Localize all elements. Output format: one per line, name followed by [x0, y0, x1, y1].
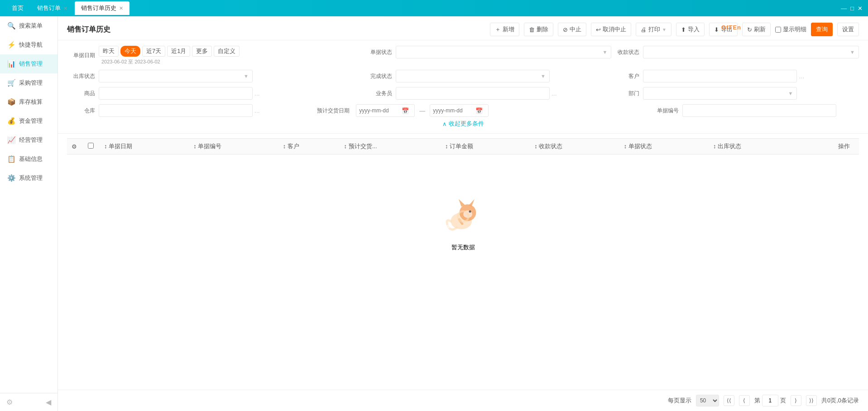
date-btn-last-month[interactable]: 近1月	[167, 46, 190, 57]
per-page-select[interactable]: 50 10 20 100	[696, 395, 719, 406]
window-maximize[interactable]: □	[850, 5, 854, 12]
date-btn-last7[interactable]: 近7天	[142, 46, 165, 57]
out-status-select[interactable]: ▼	[99, 70, 253, 82]
settings-label: 设置	[842, 25, 854, 34]
new-button[interactable]: ＋ 新增	[490, 23, 519, 36]
query-button[interactable]: 查询	[811, 23, 833, 36]
col-customer: ↕ 客户	[278, 139, 340, 155]
date-btn-yesterday[interactable]: 昨天	[99, 46, 119, 57]
sidebar-item-search-menu[interactable]: 🔍 搜索菜单	[0, 16, 58, 35]
collapse-icon: ∧	[442, 121, 447, 127]
complete-status-select[interactable]: ▼	[396, 70, 550, 82]
empty-state: 暂无数据	[67, 155, 859, 288]
col-doc-num-label: ↕ 单据编号	[193, 143, 221, 150]
collapse-row[interactable]: ∧ 收起更多条件	[67, 120, 859, 128]
data-table: ⚙ ↕ 单据日期 ↕ 单据编号 ↕ 客户	[67, 138, 859, 288]
print-button[interactable]: 🖨 打印 ▼	[636, 23, 671, 36]
import-icon: ⬆	[681, 26, 686, 33]
cancel-stop-label: 取消中止	[603, 25, 626, 34]
goods-select[interactable]	[99, 87, 253, 100]
out-status-label: 出库状态	[67, 73, 99, 80]
goods-dots[interactable]: ...	[254, 90, 260, 97]
sidebar-item-quick-nav[interactable]: ⚡ 快捷导航	[0, 35, 58, 54]
stop-button[interactable]: ⊘ 中止	[558, 23, 586, 36]
toolbar: ＋ 新增 🗑 删除 ⊘ 中止 ↩ 取消中止 🖨 打印	[490, 23, 859, 36]
date-btn-more[interactable]: 更多	[192, 46, 212, 57]
display-columns-checkbox[interactable]	[775, 27, 781, 33]
system-icon: ⚙️	[7, 174, 15, 182]
goods-label: 商品	[67, 90, 99, 97]
window-minimize[interactable]: —	[841, 5, 847, 12]
sidebar-item-operations[interactable]: 📈 经营管理	[0, 131, 58, 150]
col-settings[interactable]: ⚙	[67, 139, 83, 155]
sidebar: 🔍 搜索菜单 ⚡ 快捷导航 📊 销售管理 🛒 采购管理 📦 库存核算 💰 资金管…	[0, 16, 58, 411]
sidebar-item-system[interactable]: ⚙️ 系统管理	[0, 169, 58, 188]
sidebar-collapse-btn[interactable]: ◀	[46, 398, 51, 406]
empty-text: 暂无数据	[451, 243, 475, 251]
delivery-date-start-wrap[interactable]: 📅	[356, 104, 415, 117]
import-label: 导入	[688, 25, 700, 34]
col-payment-status: ↕ 收款状态	[530, 139, 619, 155]
col-check[interactable]	[83, 139, 100, 155]
select-all-checkbox[interactable]	[88, 143, 94, 149]
col-doc-date-label: ↕ 单据日期	[104, 143, 132, 150]
sales-icon: 📊	[7, 60, 15, 68]
tab-sales-order[interactable]: 销售订单 ✕	[31, 1, 74, 15]
window-close[interactable]: ✕	[858, 5, 863, 12]
col-doc-date: ↕ 单据日期	[100, 139, 189, 155]
warehouse-dots[interactable]: ...	[254, 107, 260, 114]
page-next-btn[interactable]: ⟩	[791, 395, 801, 406]
date-btn-today[interactable]: 今天	[120, 46, 140, 57]
cancel-stop-button[interactable]: ↩ 取消中止	[591, 23, 631, 36]
cancel-stop-icon: ↩	[596, 26, 601, 33]
page-last-btn[interactable]: ⟩⟩	[806, 395, 817, 406]
display-columns-label: 显示明细	[783, 25, 806, 34]
salesperson-dots[interactable]: ...	[551, 90, 557, 97]
purchase-icon: 🛒	[7, 79, 15, 87]
col-amount: ↕ 订单金额	[441, 139, 530, 155]
import-button[interactable]: ⬆ 导入	[676, 23, 705, 36]
delete-button[interactable]: 🗑 删除	[524, 23, 553, 36]
display-columns-checkbox-label[interactable]: 显示明细	[775, 25, 806, 34]
sidebar-item-search-menu-label: 搜索菜单	[19, 22, 43, 30]
dept-select[interactable]: ▼	[643, 87, 797, 100]
customer-dots[interactable]: ...	[799, 73, 804, 80]
doc-num-label: 单据编号	[651, 107, 682, 115]
sidebar-item-purchase[interactable]: 🛒 采购管理	[0, 73, 58, 92]
doc-num-input[interactable]	[682, 104, 836, 117]
page-first-btn[interactable]: ⟨⟨	[724, 395, 734, 406]
calendar-icon-end: 📅	[475, 107, 483, 114]
settings-button[interactable]: 设置	[837, 23, 859, 36]
sidebar-item-finance[interactable]: 💰 资金管理	[0, 111, 58, 131]
query-label: 查询	[816, 25, 828, 34]
date-label: 单据日期	[67, 52, 99, 59]
date-btn-custom[interactable]: 自定义	[214, 46, 240, 57]
warehouse-label: 仓库	[67, 107, 99, 115]
refresh-button[interactable]: ↻ 刷新	[742, 23, 771, 36]
tab-sales-order-history-close[interactable]: ✕	[119, 5, 123, 11]
delete-label: 删除	[537, 25, 548, 34]
sidebar-item-base-info-label: 基础信息	[19, 155, 43, 163]
tab-sales-order-close[interactable]: ✕	[63, 5, 67, 11]
tab-sales-order-history[interactable]: 销售订单历史 ✕	[75, 1, 129, 15]
customer-select[interactable]	[643, 70, 797, 82]
col-customer-label: ↕ 客户	[283, 143, 299, 150]
page-prev-btn[interactable]: ⟨	[739, 395, 750, 406]
sidebar-item-inventory[interactable]: 📦 库存核算	[0, 92, 58, 111]
page-input[interactable]	[762, 395, 778, 406]
delivery-date-end-input[interactable]	[433, 107, 474, 114]
tab-home[interactable]: 首页	[5, 1, 30, 15]
sidebar-item-sales[interactable]: 📊 销售管理	[0, 54, 58, 73]
stop-label: 中止	[570, 25, 581, 34]
svg-marker-2	[459, 199, 465, 207]
sidebar-item-base-info[interactable]: 📋 基础信息	[0, 150, 58, 169]
table-settings-icon[interactable]: ⚙	[72, 143, 77, 150]
delivery-date-end-wrap[interactable]: 📅	[430, 104, 489, 117]
delivery-date-start-input[interactable]	[359, 107, 400, 114]
col-amount-label: ↕ 订单金额	[445, 143, 473, 150]
warehouse-select[interactable]	[99, 104, 253, 117]
salesperson-select[interactable]	[396, 87, 550, 100]
doc-status-select[interactable]: ▼	[396, 46, 612, 58]
payment-status-select[interactable]: ▼	[643, 46, 859, 58]
sidebar-settings-btn[interactable]: ⚙	[6, 398, 13, 406]
